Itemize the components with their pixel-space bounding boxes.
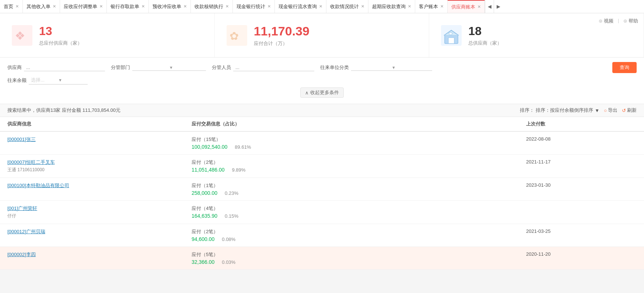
tx-info-cell: 应付（4笔） 164,635.90 0.15% bbox=[192, 205, 526, 219]
tab-close-icon[interactable]: ✕ bbox=[225, 4, 229, 9]
tx-percent: 0.23% bbox=[225, 190, 238, 196]
tab-bank-deposit[interactable]: 银行存取款单 ✕ bbox=[107, 0, 149, 13]
supplier-filter-label: 供应商 bbox=[7, 64, 22, 71]
data-table: 供应商信息 应付交易信息（占比） 上次付数 [000001]张三 应付（15笔）… bbox=[0, 117, 644, 270]
summary-label-amount: 应付合计（万） bbox=[254, 40, 309, 47]
tab-close-icon[interactable]: ✕ bbox=[141, 4, 145, 9]
summary-value-total: 18 bbox=[468, 24, 502, 38]
export-button[interactable]: ○ 导出 bbox=[604, 107, 617, 114]
summary-value-amount: 11,170.39 bbox=[254, 24, 309, 39]
table-row[interactable]: [000002]李四 应付（5笔） 32,366.00 0.03% 2020-1… bbox=[0, 247, 644, 270]
dept-filter-label: 分管部门 bbox=[111, 64, 130, 71]
table-row[interactable]: [000001]张三 应付（15笔） 100,092,540.00 89.61%… bbox=[0, 132, 644, 155]
tab-close-icon[interactable]: ✕ bbox=[183, 4, 187, 9]
tx-info-cell: 应付（2笔） 11,051,486.00 9.89% bbox=[192, 159, 526, 173]
summary-info-total: 18 总供应商（家） bbox=[468, 24, 502, 46]
supplier-info-cell: [000100]本特勒油品有限公司 bbox=[7, 182, 192, 189]
table-body: [000001]张三 应付（15笔） 100,092,540.00 89.61%… bbox=[0, 132, 644, 270]
sort-label: 排序： bbox=[520, 107, 534, 114]
summary-value-suppliers: 13 bbox=[39, 24, 82, 38]
supplier-input[interactable] bbox=[24, 64, 105, 71]
supplier-link[interactable]: [000001]张三 bbox=[7, 136, 192, 143]
tx-label: 应付（15笔） bbox=[192, 136, 526, 143]
search-button[interactable]: 查询 bbox=[612, 62, 637, 73]
last-pay-cell: 2022-08-08 bbox=[526, 136, 637, 142]
supplier-info-cell: [000012]广州贝瑞 bbox=[7, 228, 192, 235]
filter-row-1: 供应商 分管部门 ▼ 分管人员 往来单位分类 ▼ 查询 bbox=[7, 62, 637, 73]
tx-amount: 32,366.00 bbox=[192, 259, 214, 265]
filter-unit-class: 往来单位分类 ▼ bbox=[320, 64, 432, 71]
refresh-button[interactable]: ↺ 刷新 bbox=[622, 107, 637, 114]
tab-prepay-ar[interactable]: 预收冲应收单 ✕ bbox=[149, 0, 191, 13]
sort-value: 排序：按应付余额倒序排序 bbox=[536, 107, 593, 114]
filter-area: 供应商 分管部门 ▼ 分管人员 往来单位分类 ▼ 查询 往来余额 选择 bbox=[0, 58, 644, 104]
person-filter-label: 分管人员 bbox=[212, 64, 231, 71]
tx-percent: 0.08% bbox=[222, 237, 235, 242]
unit-filter-label: 往来单位分类 bbox=[320, 64, 349, 71]
column-header-lastpay: 上次付数 bbox=[526, 121, 637, 127]
nav-right-arrow[interactable]: ▶ bbox=[494, 0, 503, 13]
tab-other-income[interactable]: 其他收入单 ✕ bbox=[23, 0, 60, 13]
tab-customer-ledger[interactable]: 客户账本 ✕ bbox=[415, 0, 448, 13]
supplier-link[interactable]: [001]广州荣轩 bbox=[7, 205, 192, 212]
balance-select[interactable]: 选择... ▼ bbox=[29, 76, 88, 85]
supplier-info-cell: [000007]恒旺二手叉车 王通 17106110000 bbox=[7, 159, 192, 173]
supplier-link[interactable]: [000007]恒旺二手叉车 bbox=[7, 159, 192, 166]
tab-close-icon[interactable]: ✕ bbox=[53, 4, 56, 9]
tab-close-icon[interactable]: ✕ bbox=[361, 4, 364, 9]
summary-bar: ❖ 13 总应付供应商（家） ✿ 11,170.39 应付合计（万） bbox=[0, 13, 644, 58]
result-bar: 搜索结果中，供应商13家 应付金额 111,703,854.00元 排序： 排序… bbox=[0, 104, 644, 117]
tab-cash-bank-flow[interactable]: 现金银行流水查询 ✕ bbox=[275, 0, 326, 13]
tx-percent: 0.15% bbox=[225, 213, 238, 219]
sort-select[interactable]: 排序： 排序：按应付余额倒序排序 ▼ bbox=[520, 107, 599, 114]
supplier-link[interactable]: [000100]本特勒油品有限公司 bbox=[7, 182, 192, 189]
person-input[interactable] bbox=[233, 64, 314, 71]
table-row[interactable]: [000012]广州贝瑞 应付（2笔） 94,600.00 0.08% 2021… bbox=[0, 224, 644, 247]
tab-close-icon[interactable]: ✕ bbox=[477, 4, 481, 9]
unit-select[interactable]: ▼ bbox=[351, 65, 432, 71]
unit-dropdown-icon: ▼ bbox=[392, 65, 430, 70]
collapse-button[interactable]: ∧ 收起更多条件 bbox=[300, 87, 344, 98]
tx-percent: 9.89% bbox=[232, 167, 246, 173]
table-row[interactable]: [001]广州荣轩 仔仔 应付（4笔） 164,635.90 0.15% bbox=[0, 201, 644, 224]
tab-close-icon[interactable]: ✕ bbox=[440, 4, 444, 9]
nav-left-arrow[interactable]: ◀ bbox=[485, 0, 494, 13]
export-icon: ○ bbox=[604, 108, 607, 113]
tab-receipt-verify[interactable]: 收款核销执行 ✕ bbox=[191, 0, 233, 13]
tx-amount: 100,092,540.00 bbox=[192, 144, 227, 150]
supplier-link[interactable]: [000012]广州贝瑞 bbox=[7, 228, 192, 235]
last-pay-cell: 2021-03-25 bbox=[526, 228, 637, 234]
tab-close-icon[interactable]: ✕ bbox=[99, 4, 103, 9]
tab-ar-ap-adjust[interactable]: 应收应付调整单 ✕ bbox=[60, 0, 107, 13]
video-link[interactable]: ⊙ 视频 bbox=[599, 18, 613, 24]
collapse-icon: ∧ bbox=[305, 90, 309, 96]
tab-close-icon[interactable]: ✕ bbox=[408, 4, 411, 9]
supplier-link[interactable]: [000002]李四 bbox=[7, 251, 192, 258]
dept-select[interactable]: ▼ bbox=[132, 65, 206, 71]
tab-close-icon[interactable]: ✕ bbox=[319, 4, 322, 9]
tab-close-icon[interactable]: ✕ bbox=[267, 4, 271, 9]
table-row[interactable]: [000007]恒旺二手叉车 王通 17106110000 应付（2笔） 11,… bbox=[0, 155, 644, 178]
tab-home[interactable]: 首页 ✕ bbox=[0, 0, 23, 13]
tab-close-icon[interactable]: ✕ bbox=[15, 4, 19, 9]
svg-rect-7 bbox=[449, 32, 452, 35]
tab-overdue-ar[interactable]: 超期应收款查询 ✕ bbox=[368, 0, 415, 13]
result-actions: 排序： 排序：按应付余额倒序排序 ▼ ○ 导出 ↺ 刷新 bbox=[520, 107, 637, 114]
tab-cash-bank-stat[interactable]: 现金银行统计 ✕ bbox=[233, 0, 275, 13]
summary-card-amount: ✿ 11,170.39 应付合计（万） bbox=[215, 13, 430, 57]
supplier-icon: ❖ bbox=[11, 24, 33, 46]
tx-info-cell: 应付（15笔） 100,092,540.00 89.61% bbox=[192, 136, 526, 150]
tx-info-cell: 应付（1笔） 258,000.00 0.23% bbox=[192, 182, 526, 196]
table-row[interactable]: [000100]本特勒油品有限公司 应付（1笔） 258,000.00 0.23… bbox=[0, 178, 644, 201]
tab-receipt-stat[interactable]: 收款情况统计 ✕ bbox=[326, 0, 368, 13]
svg-text:✿: ✿ bbox=[230, 30, 239, 42]
tx-amount: 164,635.90 bbox=[192, 213, 217, 219]
amount-icon: ✿ bbox=[226, 24, 248, 46]
tab-supplier-ledger[interactable]: 供应商账本 ✕ bbox=[448, 0, 485, 13]
column-header-tx: 应付交易信息（占比） bbox=[192, 121, 526, 127]
column-header-supplier: 供应商信息 bbox=[7, 121, 192, 127]
tx-amount: 11,051,486.00 bbox=[192, 167, 225, 173]
help-link[interactable]: ⊙ 帮助 bbox=[623, 18, 638, 24]
filter-row-2: 往来余额 选择... ▼ bbox=[7, 76, 637, 85]
summary-label-total: 总供应商（家） bbox=[468, 40, 502, 46]
